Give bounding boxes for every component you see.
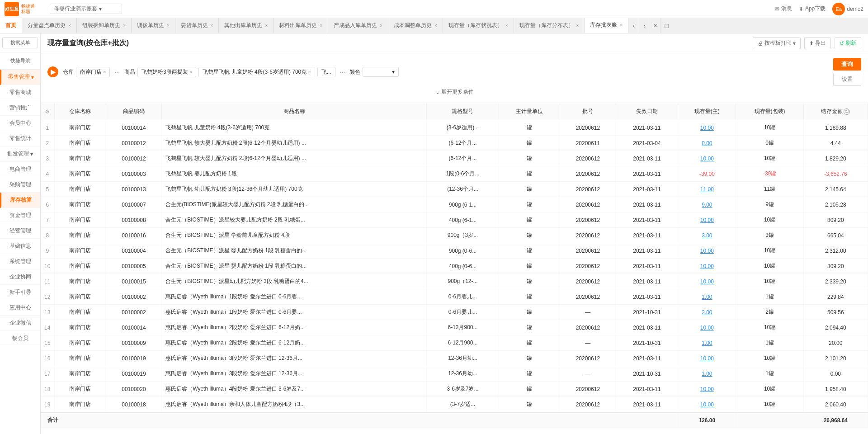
tab-prev-button[interactable]: ‹ bbox=[628, 18, 639, 33]
sidebar-item-wechat[interactable]: 企业微信 bbox=[0, 316, 40, 331]
tab-3[interactable]: 调拨单历史 × bbox=[132, 18, 175, 33]
tab-1[interactable]: 分量盘点单历史 × bbox=[22, 18, 77, 33]
table-row: 4 南岸门店 00100003 飞鹤星飞帆 婴儿配方奶粉 1段 1段(0-6个月… bbox=[41, 166, 868, 182]
tab-7[interactable]: 产成品入库单历史 × bbox=[328, 18, 388, 33]
tab-3-close[interactable]: × bbox=[167, 23, 170, 28]
goods-tag-0-close[interactable]: × bbox=[189, 69, 192, 75]
warehouse-more[interactable]: ··· bbox=[114, 68, 120, 75]
tab-1-close[interactable]: × bbox=[68, 23, 71, 28]
tab-8-close[interactable]: × bbox=[434, 23, 437, 28]
export-button[interactable]: ⬆ 导出 bbox=[804, 37, 831, 49]
goods-more[interactable]: ··· bbox=[340, 68, 345, 75]
query-button[interactable]: 查询 bbox=[833, 58, 861, 71]
row-qty-main[interactable]: 3.00 bbox=[678, 228, 736, 243]
settings-icon[interactable]: ⚙ bbox=[45, 108, 50, 115]
sidebar-item-operations[interactable]: 经营管理 bbox=[0, 223, 40, 239]
row-qty-main[interactable]: 1.00 bbox=[678, 289, 736, 305]
tab-9-close[interactable]: × bbox=[505, 23, 508, 28]
sidebar-item-marketing[interactable]: 营销推广 bbox=[0, 100, 40, 116]
row-qty-pack: 0罐 bbox=[736, 136, 803, 151]
app-download-button[interactable]: ⬇ App下载 bbox=[799, 5, 826, 13]
sidebar-item-member2[interactable]: 畅会员 bbox=[0, 331, 40, 346]
tab-4[interactable]: 要货单历史 × bbox=[175, 18, 219, 33]
tab-2-close[interactable]: × bbox=[123, 23, 126, 28]
tab-6[interactable]: 材料出库单历史 × bbox=[274, 18, 328, 33]
sidebar-item-inventory[interactable]: 库存核算 bbox=[0, 193, 40, 208]
row-qty-main[interactable]: 11.00 bbox=[678, 182, 736, 197]
row-qty-pack: 10罐 bbox=[736, 151, 803, 166]
tab-5-close[interactable]: × bbox=[265, 23, 268, 28]
row-qty-main[interactable]: 1.00 bbox=[678, 366, 736, 382]
row-qty-main[interactable]: 10.00 bbox=[678, 351, 736, 366]
row-amount: 2,060.40 bbox=[803, 397, 868, 413]
tab-next-button[interactable]: › bbox=[639, 18, 650, 33]
tab-10[interactable]: 现存量（库存分布表） × bbox=[514, 18, 585, 33]
user-menu[interactable]: Ea demo2 bbox=[832, 3, 863, 15]
row-qty-main[interactable]: 0.00 bbox=[678, 136, 736, 151]
row-warehouse: 南岸门店 bbox=[54, 274, 106, 289]
expand-more-button[interactable]: ⌄ 展开更多条件 bbox=[47, 86, 861, 98]
row-amount: 4.44 bbox=[803, 136, 868, 151]
tab-4-close[interactable]: × bbox=[211, 23, 213, 28]
tab-10-close[interactable]: × bbox=[576, 23, 579, 28]
tab-10-label: 现存量（库存分布表） bbox=[519, 22, 574, 29]
tab-6-close[interactable]: × bbox=[320, 23, 322, 28]
row-qty-main[interactable]: 10.00 bbox=[678, 151, 736, 166]
tab-close-all-button[interactable]: × bbox=[650, 18, 661, 33]
color-select[interactable]: ▾ bbox=[363, 67, 399, 77]
row-qty-main[interactable]: 10.00 bbox=[678, 243, 736, 259]
industry-select[interactable]: 母婴行业演示账套 ▾ bbox=[50, 4, 122, 14]
sidebar-item-finance[interactable]: 资金管理 bbox=[0, 208, 40, 223]
amount-info-icon[interactable]: ① bbox=[844, 108, 850, 115]
row-qty-main[interactable]: -39.00 bbox=[678, 166, 736, 182]
messages-button[interactable]: ✉ 消息 bbox=[775, 5, 792, 13]
refresh-button[interactable]: ↺ 刷新 bbox=[835, 37, 861, 49]
filter-expand-button[interactable]: ▶ bbox=[47, 66, 58, 77]
col-settings[interactable]: ⚙ bbox=[41, 103, 54, 120]
sidebar-item-member[interactable]: 会员中心 bbox=[0, 116, 40, 131]
sidebar-item-guide[interactable]: 新手引导 bbox=[0, 285, 40, 300]
sidebar-item-system[interactable]: 系统管理 bbox=[0, 254, 40, 269]
sidebar-item-retail[interactable]: 零售管理 ▾ bbox=[0, 70, 40, 85]
row-qty-pack: 1罐 bbox=[736, 335, 803, 351]
goods-tag-1-close[interactable]: × bbox=[308, 69, 311, 75]
sidebar-item-wholesale[interactable]: 批发管理 ▾ bbox=[0, 146, 40, 162]
row-amount: 20.00 bbox=[803, 335, 868, 351]
row-qty-main[interactable]: 10.00 bbox=[678, 212, 736, 228]
row-qty-main[interactable]: 1.00 bbox=[678, 335, 736, 351]
tab-home[interactable]: 首页 bbox=[0, 18, 22, 33]
row-qty-main[interactable]: 10.00 bbox=[678, 320, 736, 335]
row-qty-main[interactable]: 9.00 bbox=[678, 197, 736, 212]
tab-7-close[interactable]: × bbox=[380, 23, 382, 28]
sidebar-item-basic[interactable]: 基础信息 bbox=[0, 239, 40, 254]
row-qty-main[interactable]: 10.00 bbox=[678, 397, 736, 413]
settings-button[interactable]: 设置 bbox=[833, 73, 861, 86]
sidebar-item-purchase[interactable]: 采购管理 bbox=[0, 177, 40, 193]
row-qty-main[interactable]: 2.00 bbox=[678, 305, 736, 320]
sidebar-item-retail-stats[interactable]: 零售统计 bbox=[0, 131, 40, 146]
search-menu-button[interactable]: 搜索菜单 bbox=[2, 37, 38, 48]
row-amount: 2,101.20 bbox=[803, 351, 868, 366]
row-qty-main[interactable]: 10.00 bbox=[678, 274, 736, 289]
warehouse-tag-close[interactable]: × bbox=[103, 69, 106, 75]
sidebar-item-enterprise[interactable]: 企业协同 bbox=[0, 269, 40, 285]
col-spec: 规格型号 bbox=[427, 103, 499, 120]
row-qty-main[interactable]: 10.00 bbox=[678, 120, 736, 136]
sidebar-item-apps[interactable]: 应用中心 bbox=[0, 300, 40, 316]
row-qty-main[interactable]: 10.00 bbox=[678, 382, 736, 397]
row-qty-pack: 10罐 bbox=[736, 351, 803, 366]
tab-5[interactable]: 其他出库单历史 × bbox=[219, 18, 274, 33]
tab-maximize-button[interactable]: □ bbox=[661, 18, 672, 33]
template-print-button[interactable]: 🖨 按模板打印 ▾ bbox=[753, 37, 801, 49]
tab-11[interactable]: 库存批次账 × bbox=[585, 18, 628, 33]
row-amount: 2,145.64 bbox=[803, 182, 868, 197]
sidebar-item-mall[interactable]: 零售商城 bbox=[0, 85, 40, 100]
tab-2[interactable]: 组装拆卸单历史 × bbox=[77, 18, 132, 33]
row-qty-main[interactable]: 10.00 bbox=[678, 259, 736, 274]
sidebar-item-ecommerce[interactable]: 电商管理 bbox=[0, 162, 40, 177]
quick-nav-button[interactable]: 快捷导航 bbox=[0, 55, 40, 67]
main-layout: 搜索菜单 快捷导航 零售管理 ▾ 零售商城 营销推广 会员中心 零售统计 批发管… bbox=[0, 33, 868, 434]
tab-8[interactable]: 成本调整单历史 × bbox=[388, 18, 443, 33]
tab-11-close[interactable]: × bbox=[620, 23, 623, 28]
tab-9[interactable]: 现存量（库存状况表） × bbox=[443, 18, 514, 33]
